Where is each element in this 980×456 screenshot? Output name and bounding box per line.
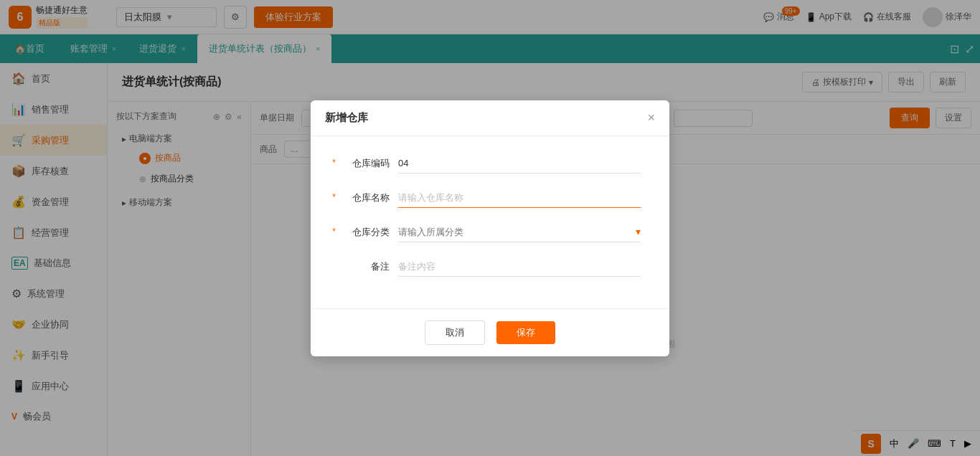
form-row-name: 仓库名称 xyxy=(339,188,641,208)
cancel-button[interactable]: 取消 xyxy=(425,320,485,345)
modal-footer: 取消 保存 xyxy=(311,308,669,356)
modal-close-button[interactable]: × xyxy=(647,110,655,125)
category-label: 仓库分类 xyxy=(339,226,390,239)
name-input[interactable] xyxy=(398,188,641,208)
code-label: 仓库编码 xyxy=(339,157,390,170)
modal-overlay[interactable]: 新增仓库 × 仓库编码 仓库名称 仓库分类 ▾ xyxy=(0,0,980,456)
category-dropdown-arrow[interactable]: ▾ xyxy=(636,226,641,237)
modal-title: 新增仓库 xyxy=(325,111,368,125)
modal-body: 仓库编码 仓库名称 仓库分类 ▾ 备注 xyxy=(311,136,669,308)
name-label: 仓库名称 xyxy=(339,191,390,204)
form-row-category: 仓库分类 ▾ xyxy=(339,222,641,242)
form-row-note: 备注 xyxy=(339,257,641,277)
category-select-wrap: ▾ xyxy=(398,222,641,242)
code-input[interactable] xyxy=(398,153,641,174)
modal-header: 新增仓库 × xyxy=(311,100,669,136)
add-warehouse-modal: 新增仓库 × 仓库编码 仓库名称 仓库分类 ▾ xyxy=(311,100,669,356)
form-row-code: 仓库编码 xyxy=(339,153,641,174)
save-button[interactable]: 保存 xyxy=(496,321,555,344)
category-input[interactable] xyxy=(398,222,636,242)
note-input[interactable] xyxy=(398,257,641,277)
note-label: 备注 xyxy=(339,260,390,273)
